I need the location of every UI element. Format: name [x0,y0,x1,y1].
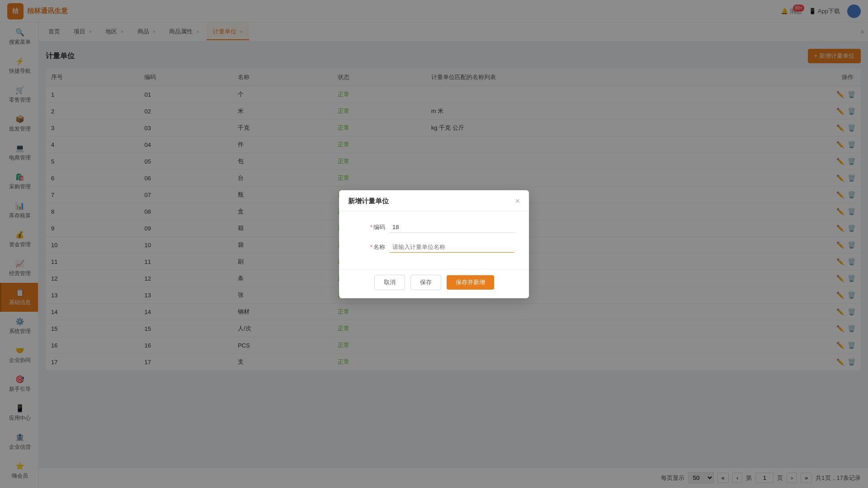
modal-body: *编码 *名称 [339,211,529,269]
required-mark-name: * [370,244,373,250]
save-button[interactable]: 保存 [410,275,441,290]
name-input[interactable] [390,242,514,253]
modal-overlay: 新增计量单位 × *编码 *名称 取消 保存 保存并新增 [0,0,868,488]
save-and-new-button[interactable]: 保存并新增 [447,275,494,290]
form-row-code: *编码 [354,222,514,233]
modal-header: 新增计量单位 × [339,190,529,211]
code-input[interactable] [390,222,514,233]
modal-title: 新增计量单位 [348,197,389,206]
form-row-name: *名称 [354,242,514,253]
modal-footer: 取消 保存 保存并新增 [339,269,529,298]
name-label: *名称 [354,243,385,251]
modal-close-button[interactable]: × [515,197,520,206]
required-mark: * [370,224,373,230]
code-label: *编码 [354,223,385,231]
add-unit-modal: 新增计量单位 × *编码 *名称 取消 保存 保存并新增 [339,190,529,298]
cancel-button[interactable]: 取消 [374,275,405,290]
